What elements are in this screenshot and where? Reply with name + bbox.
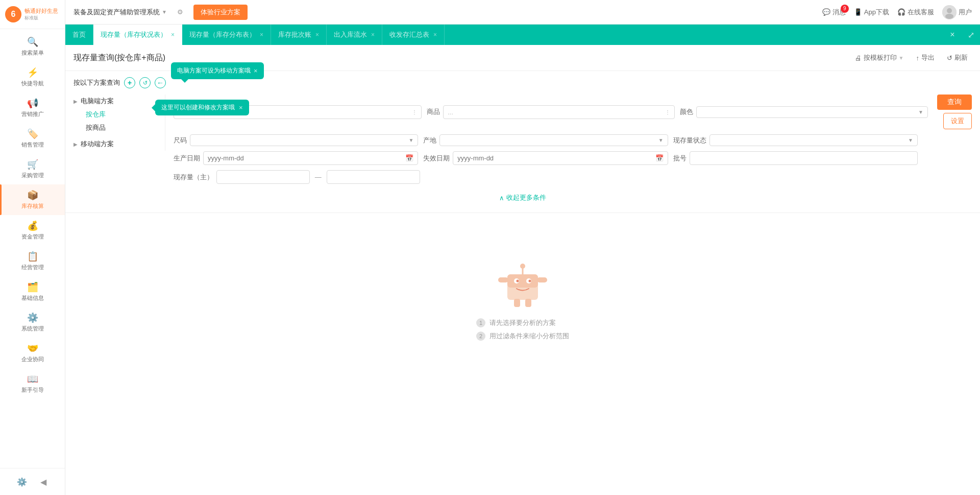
filter-size: 尺码 ▼	[174, 134, 418, 146]
mfg-calendar-icon[interactable]: 📅	[405, 154, 413, 162]
stock-status-arrow-icon: ▼	[908, 137, 913, 143]
export-icon: ↑	[916, 54, 920, 62]
system-nav-icon: ⚙️	[27, 312, 38, 323]
tab-close-icon[interactable]: ×	[371, 31, 375, 38]
enterprise-nav-icon: 🤝	[27, 343, 38, 354]
close-all-tabs-btn[interactable]: ×	[943, 25, 962, 45]
tab-close-icon[interactable]: ×	[315, 31, 319, 38]
filter-circle-btn[interactable]: ↺	[139, 77, 151, 88]
size-select[interactable]: ▼	[190, 134, 418, 146]
sidebar-item-capital[interactable]: 💰 资金管理	[0, 215, 65, 246]
filter-stock-status: 现存量状态 ▼	[673, 134, 918, 146]
exp-calendar-icon[interactable]: 📅	[655, 154, 664, 162]
filter-mfg-date: 生产日期 📅	[174, 151, 418, 165]
tree-subitem-warehouse[interactable]: 按仓库	[82, 108, 161, 121]
sidebar-item-basic[interactable]: 🗂️ 基础信息	[0, 276, 65, 307]
system-dropdown[interactable]: 装备及固定资产辅助管理系统 ▼	[74, 8, 167, 17]
capital-nav-icon: 💰	[27, 220, 38, 231]
print-icon: 🖨	[855, 54, 862, 62]
header-settings-btn[interactable]: ⚙	[173, 5, 187, 19]
tab-close-icon[interactable]: ×	[433, 31, 437, 38]
sidebar-item-guide[interactable]: 📖 新手引导	[0, 368, 65, 399]
filter-row-4: 现存量（主） —	[174, 170, 972, 184]
tab-label: 现存量（库存状况表）	[101, 30, 167, 39]
sidebar-item-label: 搜索菜单	[21, 49, 44, 57]
warehouse-arrow-icon: ⋮	[412, 109, 417, 115]
reset-btn[interactable]: 设置	[943, 113, 972, 129]
app-download-btn[interactable]: 📱 App下载	[854, 8, 889, 17]
stock-main-label: 现存量（主）	[174, 173, 213, 182]
tooltip1-close[interactable]: ×	[254, 67, 258, 75]
purchase-nav-icon: 🛒	[27, 159, 38, 170]
stock-main-from[interactable]	[216, 170, 310, 184]
tab-collect-summary[interactable]: 收发存汇总表 ×	[382, 25, 445, 45]
mfg-date-input-wrap[interactable]: 📅	[203, 151, 418, 165]
action-btns: 查询 设置	[937, 95, 972, 129]
tab-close-icon[interactable]: ×	[171, 31, 175, 38]
query-btn[interactable]: 查询	[937, 95, 972, 110]
message-btn[interactable]: 💬 消息 9	[822, 8, 846, 17]
export-btn[interactable]: ↑ 导出	[912, 51, 939, 64]
app-label: App下载	[864, 8, 889, 17]
stock-status-select[interactable]: ▼	[709, 134, 918, 146]
tree-subitem-goods[interactable]: 按商品	[82, 121, 161, 134]
tab-home[interactable]: 首页	[65, 25, 93, 45]
stock-main-to[interactable]	[327, 170, 420, 184]
sidebar-item-sales[interactable]: 🏷️ 销售管理	[0, 123, 65, 154]
collapse-btn[interactable]: ∧ 收起更多条件	[499, 193, 546, 202]
tab-inventory-flow[interactable]: 出入库流水 ×	[327, 25, 382, 45]
exp-date-input-wrap[interactable]: 📅	[453, 151, 668, 165]
tip-num-1: 1	[476, 318, 485, 327]
settings-bottom-btn[interactable]: ⚙️	[14, 474, 30, 490]
empty-state: 1 请先选择要分析的方案 2 用过滤条件来缩小分析范围	[65, 213, 980, 382]
tip-num-2: 2	[476, 332, 485, 341]
tab-inventory-dist[interactable]: 现存量（库存分布表） ×	[182, 25, 271, 45]
filter-add-btn[interactable]: +	[124, 77, 135, 88]
marketing-nav-icon: 📢	[27, 98, 38, 109]
tab-label: 出入库流水	[334, 30, 367, 39]
tree-node-pc[interactable]: ▶ 电脑端方案	[74, 95, 161, 108]
empty-tip-1: 1 请先选择要分析的方案	[476, 318, 569, 327]
online-service-btn[interactable]: 🎧 在线客服	[897, 8, 934, 17]
tooltip2-close[interactable]: ×	[239, 104, 243, 111]
tab-inventory-batch[interactable]: 库存批次账 ×	[271, 25, 327, 45]
sidebar-item-label: 快捷导航	[21, 80, 44, 87]
tree-node-mobile[interactable]: ▶ 移动端方案	[74, 137, 161, 151]
sidebar-item-inventory[interactable]: 📦 库存核算	[0, 184, 65, 215]
tab-inventory-status[interactable]: 现存量（库存状况表） ×	[93, 25, 182, 45]
mfg-date-input[interactable]	[208, 154, 403, 162]
user-avatar	[942, 5, 957, 19]
print-btn[interactable]: 🖨 按模板打印 ▼	[851, 51, 908, 64]
expand-tab-btn[interactable]: ⤢	[962, 25, 980, 45]
goods-label: 商品	[427, 107, 440, 116]
quick-nav-icon: ⚡	[27, 67, 38, 78]
tree-sub-label2: 按商品	[86, 123, 106, 132]
content-area: 现存量查询(按仓库+商品) 🖨 按模板打印 ▼ ↑ 导出 ↺ 刷新	[65, 45, 980, 495]
sidebar-item-system[interactable]: ⚙️ 系统管理	[0, 307, 65, 338]
user-area[interactable]: 用户	[942, 5, 972, 19]
batch-input[interactable]	[690, 151, 918, 165]
svg-point-1	[947, 8, 952, 13]
sidebar-item-quick[interactable]: ⚡ 快捷导航	[0, 62, 65, 92]
sidebar-item-enterprise[interactable]: 🤝 企业协同	[0, 338, 65, 368]
tab-close-icon[interactable]: ×	[260, 31, 263, 38]
collapse-sidebar-btn[interactable]: ◀	[35, 474, 52, 490]
svg-point-8	[529, 280, 531, 282]
sidebar-item-operation[interactable]: 📋 经营管理	[0, 246, 65, 276]
goods-select[interactable]: ... ⋮	[443, 105, 675, 119]
operation-nav-icon: 📋	[27, 251, 38, 262]
tab-bar-actions: × ⤢	[943, 25, 980, 45]
sidebar-item-marketing[interactable]: 📢 营销推广	[0, 92, 65, 123]
svg-rect-10	[525, 299, 531, 307]
refresh-btn[interactable]: ↺ 刷新	[943, 51, 972, 64]
origin-select[interactable]: ▼	[439, 134, 668, 146]
industry-btn[interactable]: 体验行业方案	[193, 5, 248, 20]
sidebar-item-purchase[interactable]: 🛒 采购管理	[0, 154, 65, 184]
sidebar-item-search[interactable]: 🔍 搜索菜单	[0, 31, 65, 62]
tab-bar: 首页 现存量（库存状况表） × 现存量（库存分布表） × 库存批次账 × 出入库…	[65, 25, 980, 45]
size-arrow-icon: ▼	[408, 137, 413, 143]
filter-back-btn[interactable]: ←	[155, 77, 166, 88]
exp-date-input[interactable]	[457, 154, 653, 162]
sidebar-item-label: 采购管理	[21, 172, 44, 179]
color-select[interactable]: ▼	[696, 106, 928, 118]
